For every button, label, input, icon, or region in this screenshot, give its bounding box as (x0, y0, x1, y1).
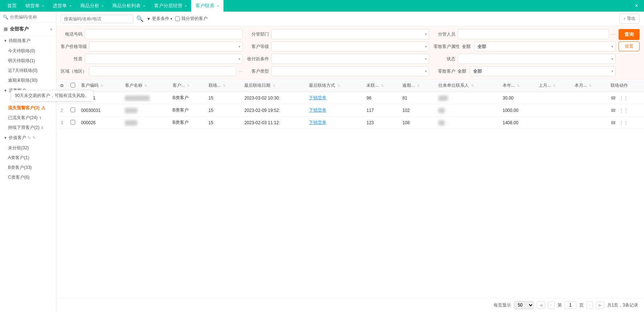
close-product-list-icon[interactable]: × (143, 4, 145, 8)
customer-type-select[interactable] (271, 66, 429, 76)
retail-customer-select[interactable]: 全部 (470, 66, 616, 76)
filter-manager: 分管人员 ··· (434, 29, 616, 39)
dept-select[interactable] (271, 29, 429, 39)
row-lastmethod-3[interactable]: 下销货单 (306, 117, 363, 129)
col-contact[interactable]: 联络... ⇅ (206, 80, 242, 92)
row-checkbox-2[interactable] (71, 108, 75, 112)
col-last-date[interactable]: 最后联络日期 ⇅ (241, 80, 306, 92)
payment-select[interactable] (271, 54, 429, 64)
last-page-button[interactable]: ▶ (596, 301, 604, 309)
export-button[interactable]: ↑ 导出 (619, 14, 640, 24)
sort-uncontact-icon: ⇅ (381, 84, 384, 88)
collapse-icon[interactable]: « (50, 27, 52, 31)
more-conditions-button[interactable]: ▼ 更多条件 ▾ (146, 16, 172, 22)
col-overdue[interactable]: 逾期... ⇅ (399, 80, 435, 92)
price-level-select[interactable] (89, 41, 243, 52)
row-check-2[interactable] (67, 104, 78, 117)
dept-label: 分管部门 (247, 31, 269, 37)
status-select[interactable] (458, 54, 616, 64)
group-value-header[interactable]: ▼ 价值客户 ↻ ✎ (0, 133, 56, 143)
my-customers-label[interactable]: 我分管的客户 (175, 16, 208, 22)
col-type[interactable]: 客户... ⇅ (170, 80, 206, 92)
phone-input[interactable] (85, 29, 243, 39)
nav-product-analysis[interactable]: 商品分析 × (76, 0, 108, 12)
col-last-method[interactable]: 最后联络方式 ⇅ (306, 80, 363, 92)
col-name[interactable]: 客户名称 ⇅ (122, 80, 170, 92)
arrow-down-icon2: ▼ (4, 89, 7, 93)
all-customers-header[interactable]: ⊞ 全部客户 « (0, 23, 56, 36)
action-more-icon-2[interactable]: ⋮⋮ (619, 108, 628, 113)
close-purchase-icon[interactable]: × (69, 4, 71, 8)
col-this-year[interactable]: 本年... ⇅ (500, 80, 536, 92)
sidebar-item-b-class[interactable]: B类客户(33) (0, 163, 56, 173)
row-name-3: ████ (122, 117, 170, 129)
row-uncontact-1: 96 (363, 92, 399, 104)
action-phone-icon-2[interactable]: ☎ (611, 108, 616, 113)
manager-input[interactable] (458, 29, 609, 39)
row-lastmethod-1[interactable]: 下销货单 (306, 92, 363, 104)
sidebar-item-churn-warning[interactable]: 流失预警客户(3) ⚠ (0, 103, 56, 113)
select-all-checkbox[interactable] (71, 83, 75, 88)
row-lastdate-1: 2023-03-02 10:30: (241, 92, 306, 104)
sidebar-item-declining[interactable]: 持续下滑客户(2) ℹ (0, 123, 56, 133)
group-pending-header[interactable]: ▼ 待联络客户 (0, 36, 56, 46)
sidebar-item-a-class[interactable]: A类客户(1) (0, 153, 56, 163)
nav-product-list[interactable]: 商品分析列表 × (108, 0, 149, 12)
sidebar-item-ungroup[interactable]: 未分组(32) (0, 143, 56, 153)
sidebar-item-c-class[interactable]: C类客户(6) (0, 173, 56, 182)
filter-customer-level: 客户等级 (247, 41, 429, 52)
prev-page-button[interactable]: ‹ (548, 301, 555, 309)
page-input[interactable] (565, 301, 576, 309)
col-uncontact[interactable]: 未联... ⇅ (363, 80, 399, 92)
row-check-3[interactable] (67, 117, 78, 129)
filter-dept: 分管部门 (247, 29, 429, 39)
sidebar-search-input[interactable] (10, 15, 53, 20)
sidebar-item-7days[interactable]: 近7天待联络(0) (0, 66, 56, 76)
top-nav: 首页 销货单 × 进货单 × 商品分析 × 商品分析列表 × 客户分层经营 × … (0, 0, 644, 12)
action-phone-icon-3[interactable]: ☎ (611, 120, 616, 125)
edit-icon[interactable]: ✎ (32, 135, 36, 140)
close-customer-contact-icon[interactable]: × (217, 4, 219, 8)
nav-customer-tier[interactable]: 客户分层经营 × (150, 0, 191, 12)
action-more-icon-1[interactable]: ⋮⋮ (619, 96, 628, 101)
row-contact2-2: ██ ... (435, 104, 500, 117)
region-input[interactable] (89, 66, 236, 76)
close-sales-icon[interactable]: × (42, 4, 44, 8)
sidebar-item-tomorrow[interactable]: 明天待联络(1) (0, 56, 56, 66)
col-last-month[interactable]: 上月... ⇅ (536, 80, 572, 92)
search-input[interactable] (61, 15, 133, 23)
close-customer-tier-icon[interactable]: × (185, 4, 187, 8)
action-phone-icon-1[interactable]: ☎ (611, 96, 616, 101)
customer-level-select[interactable] (271, 41, 429, 52)
nav-purchase[interactable]: 进货单 × (48, 0, 76, 12)
per-page-select[interactable]: 50 100 (514, 301, 534, 309)
refresh-icon[interactable]: ↻ (28, 135, 31, 140)
first-page-button[interactable]: ◀ (537, 301, 545, 309)
sidebar-item-today[interactable]: 今天待联络(0) (0, 46, 56, 56)
row-checkbox-3[interactable] (71, 120, 75, 125)
per-page-label: 每页显示 (494, 302, 511, 308)
region-dots-button[interactable]: ··· (238, 68, 243, 74)
sort-overdue-icon: ⇅ (417, 84, 420, 88)
global-close-icon[interactable]: × (632, 3, 641, 9)
col-contact2[interactable]: 往来单位联系人 ⇅ (435, 80, 500, 92)
row-code-3: 000026 (78, 117, 122, 129)
nav-customer-contact[interactable]: 客户联系 × (191, 0, 223, 12)
sidebar-item-churned[interactable]: 已流失客户(24) ℹ (0, 113, 56, 123)
col-this-month[interactable]: 本月... ⇅ (572, 80, 608, 92)
nav-home[interactable]: 首页 (3, 0, 21, 12)
chevron-down-icon: ▾ (170, 17, 172, 21)
search-button[interactable]: 🔍 (136, 15, 144, 22)
manager-dots-button[interactable]: ··· (611, 31, 616, 37)
settings-button[interactable]: 设置 (619, 41, 640, 51)
close-product-analysis-icon[interactable]: × (101, 4, 104, 8)
sidebar-item-overdue[interactable]: 逾期未联络(30) (0, 76, 56, 85)
next-page-button[interactable]: › (587, 301, 593, 309)
nature-select[interactable] (85, 54, 243, 64)
action-more-icon-3[interactable]: ⋮⋮ (619, 120, 628, 125)
retail-attr-select[interactable]: 全部 (474, 41, 616, 52)
nav-sales[interactable]: 销货单 × (21, 0, 48, 12)
query-button[interactable]: 查询 (619, 29, 640, 40)
row-lastmethod-2[interactable]: 下销货单 (306, 104, 363, 117)
my-customers-checkbox[interactable] (175, 16, 180, 21)
